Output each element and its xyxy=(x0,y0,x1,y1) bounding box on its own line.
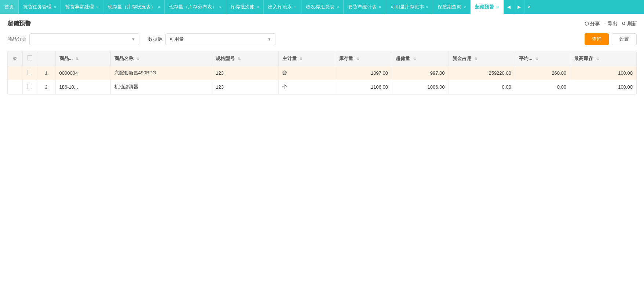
nav-close-stock-status[interactable]: × xyxy=(158,5,160,9)
row-code: 186-10... xyxy=(55,80,110,94)
nav-item-quality[interactable]: 保质期查询 × xyxy=(433,0,471,14)
row-name: 机油滤清器 xyxy=(110,80,212,94)
row-over: 1006.00 xyxy=(392,80,449,94)
nav-label-home: 首页 xyxy=(4,4,14,10)
col-over-header[interactable]: 超储量 ⇅ xyxy=(392,51,449,66)
nav-label-flow: 出入库流水 xyxy=(268,4,292,10)
export-icon: ↑ xyxy=(604,21,607,26)
row-avg: 0.00 xyxy=(515,80,570,94)
filter-bar: 商品分类 ▼ 数据源 可用量 ▼ 查询 设置 xyxy=(7,33,637,45)
row-stock: 1106.00 xyxy=(335,80,392,94)
datasource-filter: 数据源 可用量 ▼ xyxy=(148,33,275,45)
col-check-header xyxy=(22,51,37,66)
row-checkbox[interactable] xyxy=(27,70,32,75)
refresh-icon: ↺ xyxy=(622,21,626,26)
export-label: 导出 xyxy=(608,21,617,27)
col-capital-header[interactable]: 资金占用 ⇅ xyxy=(449,51,515,66)
nav-item-batch[interactable]: 库存批次账 × xyxy=(226,0,264,14)
col-unit-header[interactable]: 主计量 ⇅ xyxy=(278,51,335,66)
nav-next-arrow[interactable]: ▶ xyxy=(514,0,524,14)
row-code: 0000004 xyxy=(55,66,110,80)
datasource-label: 数据源 xyxy=(148,36,162,42)
nav-more-arrow[interactable]: ✕ xyxy=(524,0,534,14)
nav-item-summary[interactable]: 收发存汇总表 × xyxy=(301,0,344,14)
page-header: 超储预警 ⬡ 分享 ↑ 导出 ↺ 刷新 xyxy=(7,20,637,27)
col-spec-header[interactable]: 规格型号 ⇅ xyxy=(212,51,278,66)
share-icon: ⬡ xyxy=(585,21,589,26)
row-max: 100.00 xyxy=(570,66,636,80)
refresh-action[interactable]: ↺ 刷新 xyxy=(622,21,637,27)
col-code-header[interactable]: 商品... ⇅ xyxy=(55,51,110,66)
nav-close-task[interactable]: × xyxy=(54,5,56,9)
nav-close-stock-dist[interactable]: × xyxy=(219,5,221,9)
sort-avg-icon: ⇅ xyxy=(535,57,538,61)
datasource-chevron-icon: ▼ xyxy=(267,37,271,41)
nav-item-stock-status[interactable]: 现存量（库存状况表） × xyxy=(103,0,165,14)
nav-close-summary[interactable]: × xyxy=(337,5,339,9)
share-label: 分享 xyxy=(590,21,600,27)
nav-close-available[interactable]: × xyxy=(426,5,428,9)
col-avg-header[interactable]: 平均... ⇅ xyxy=(515,51,570,66)
sort-spec-icon: ⇅ xyxy=(238,57,241,61)
table-header-row: ⚙ 商品... ⇅ 商品名称 ⇅ 规格型号 xyxy=(8,51,636,66)
nav-close-quality[interactable]: × xyxy=(464,5,466,9)
col-name-header[interactable]: 商品名称 ⇅ xyxy=(110,51,212,66)
row-max: 100.00 xyxy=(570,80,636,94)
row-spec: 123 xyxy=(212,66,278,80)
datasource-select[interactable]: 可用量 ▼ xyxy=(165,33,275,45)
share-action[interactable]: ⬡ 分享 xyxy=(585,21,600,27)
col-index-header xyxy=(37,51,55,66)
nav-item-flow[interactable]: 出入库流水 × xyxy=(264,0,301,14)
col-max-header[interactable]: 最高库存 ⇅ xyxy=(570,51,636,66)
category-select[interactable]: ▼ xyxy=(29,33,139,45)
nav-close-order-stat[interactable]: × xyxy=(379,5,381,9)
nav-label-quality: 保质期查询 xyxy=(438,4,461,10)
category-label: 商品分类 xyxy=(7,36,26,42)
setting-button[interactable]: 设置 xyxy=(612,33,637,45)
nav-label-overstock: 超储预警 xyxy=(475,4,494,10)
datasource-select-value: 可用量 xyxy=(169,36,184,42)
nav-label-available: 可用量库存账本 xyxy=(391,4,424,10)
nav-item-home[interactable]: 首页 xyxy=(0,0,19,14)
row-checkbox-cell xyxy=(22,66,37,80)
sort-unit-icon: ⇅ xyxy=(299,57,302,61)
row-capital: 0.00 xyxy=(449,80,515,94)
data-table-container: ⚙ 商品... ⇅ 商品名称 ⇅ 规格型号 xyxy=(7,51,637,94)
nav-close-exception[interactable]: × xyxy=(96,5,98,9)
export-action[interactable]: ↑ 导出 xyxy=(604,21,618,27)
top-navigation: 首页 拣货任务管理 × 拣货异常处理 × 现存量（库存状况表） × 现存量（库存… xyxy=(0,0,644,14)
nav-label-order-stat: 要货单统计表 xyxy=(348,4,377,10)
title-actions: ⬡ 分享 ↑ 导出 ↺ 刷新 xyxy=(585,21,637,27)
query-button[interactable]: 查询 xyxy=(585,33,609,45)
nav-label-stock-status: 现存量（库存状况表） xyxy=(108,4,155,10)
category-filter: 商品分类 ▼ xyxy=(7,33,139,45)
row-index: 2 xyxy=(37,80,55,94)
row-over: 997.00 xyxy=(392,66,449,80)
nav-item-stock-dist[interactable]: 现存量（库存分布表） × xyxy=(165,0,226,14)
filter-buttons: 查询 设置 xyxy=(585,33,637,45)
nav-label-batch: 库存批次账 xyxy=(231,4,255,10)
nav-prev-arrow[interactable]: ◀ xyxy=(504,0,514,14)
page-content: 超储预警 ⬡ 分享 ↑ 导出 ↺ 刷新 商品分类 ▼ 数据源 xyxy=(0,14,644,100)
nav-item-exception[interactable]: 拣货异常处理 × xyxy=(61,0,103,14)
nav-item-task[interactable]: 拣货任务管理 × xyxy=(19,0,61,14)
table-body: 1 0000004 六配套新昌490BPG 123 套 1097.00 997.… xyxy=(8,66,636,94)
col-gear: ⚙ xyxy=(8,51,22,66)
page-title: 超储预警 xyxy=(7,20,31,27)
nav-item-overstock[interactable]: 超储预警 × xyxy=(471,0,503,14)
row-avg: 260.00 xyxy=(515,66,570,80)
row-gear xyxy=(8,80,22,94)
col-stock-header[interactable]: 库存量 ⇅ xyxy=(335,51,392,66)
header-checkbox[interactable] xyxy=(27,55,32,60)
sort-code-icon: ⇅ xyxy=(76,57,78,61)
row-name: 六配套新昌490BPG xyxy=(110,66,212,80)
nav-item-available[interactable]: 可用量库存账本 × xyxy=(386,0,433,14)
nav-item-order-stat[interactable]: 要货单统计表 × xyxy=(344,0,386,14)
nav-close-batch[interactable]: × xyxy=(257,5,259,9)
nav-label-exception: 拣货异常处理 xyxy=(65,4,94,10)
nav-close-flow[interactable]: × xyxy=(294,5,296,9)
nav-close-overstock[interactable]: × xyxy=(496,5,498,9)
row-checkbox[interactable] xyxy=(27,84,32,89)
gear-icon[interactable]: ⚙ xyxy=(12,56,17,62)
category-chevron-icon: ▼ xyxy=(131,37,135,41)
